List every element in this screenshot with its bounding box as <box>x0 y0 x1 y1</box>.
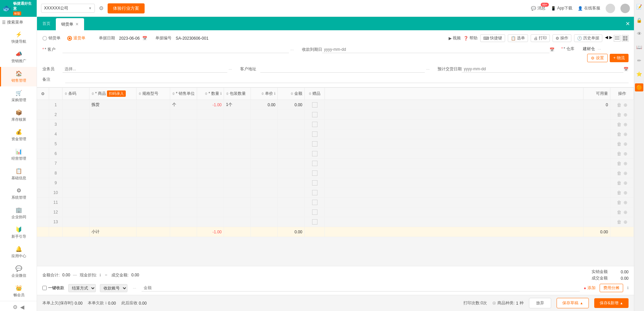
row2-amount[interactable] <box>278 110 305 119</box>
settlement-account-select[interactable]: 收款账号 <box>100 284 127 292</box>
gift-checkbox[interactable] <box>312 180 317 186</box>
right-icon-book[interactable]: 📖 <box>635 43 643 51</box>
qty-info-icon[interactable]: ℹ <box>220 91 222 96</box>
right-icon-eye[interactable]: 👁 <box>636 30 643 38</box>
operate-action[interactable]: ⚙ 操作 <box>553 34 571 42</box>
gift-checkbox[interactable] <box>312 209 317 215</box>
sidebar-item-sales[interactable]: 🏠 销售管理 <box>0 67 37 86</box>
row4-delete-icon[interactable]: 🗑 <box>617 131 621 137</box>
message-button[interactable]: 💬 消息 99+ <box>531 5 545 11</box>
fee-info-icon[interactable]: ℹ <box>627 286 629 290</box>
account-more-icon[interactable]: ··· <box>131 286 138 290</box>
company-selector[interactable]: XXXXXX公司 ▼ <box>41 4 95 13</box>
salesperson-input[interactable] <box>63 66 227 73</box>
sidebar-item-inventory[interactable]: 📦 库存核算 <box>0 106 37 125</box>
video-action[interactable]: ▶ 视频 <box>449 35 461 41</box>
gift-checkbox[interactable] <box>312 102 317 108</box>
row2-qty[interactable] <box>197 110 224 119</box>
row2-unit[interactable] <box>170 110 197 119</box>
tab-sales-order[interactable]: 销货单 ✕ <box>56 18 84 30</box>
row12-copy-icon[interactable]: ⊕ <box>623 209 628 215</box>
th-barcode[interactable]: 条码 <box>63 88 89 100</box>
row3-delete-icon[interactable]: 🗑 <box>617 122 621 127</box>
online-support-button[interactable]: 👤 在线客服 <box>578 5 600 11</box>
gift-checkbox[interactable] <box>312 131 317 137</box>
sidebar-item-weixin[interactable]: 💬 企业微信 <box>0 262 37 281</box>
add-payment-button[interactable]: 添加 <box>588 285 596 291</box>
right-icon-active[interactable]: 🟠 <box>635 83 643 91</box>
notes-input[interactable] <box>65 76 629 83</box>
right-icon-lock[interactable]: 🔒 <box>635 16 643 24</box>
row1-note[interactable] <box>325 100 583 110</box>
th-qty[interactable]: * 数量 ℹ <box>197 88 224 100</box>
gift-checkbox[interactable] <box>312 190 317 195</box>
sidebar-item-marketing[interactable]: 📣 营销推广 <box>0 47 37 67</box>
abandon-button[interactable]: 放弃 <box>529 298 551 308</box>
row9-delete-icon[interactable]: 🗑 <box>617 180 621 186</box>
row3-copy-icon[interactable]: ⊕ <box>623 122 628 127</box>
th-goods[interactable]: * 商品 扫码录入 <box>89 88 137 100</box>
radio-sales[interactable]: 销货单 <box>42 35 61 41</box>
expected-delivery-calendar-icon[interactable]: 📅 <box>623 67 629 72</box>
price-info-icon[interactable]: ℹ <box>274 91 275 96</box>
row11-copy-icon[interactable]: ⊕ <box>623 200 628 205</box>
row2-pkg[interactable] <box>224 110 251 119</box>
warehouse-more-icon[interactable]: ··· <box>596 47 602 51</box>
discount-info-icon[interactable]: ℹ <box>100 273 101 277</box>
tab-home[interactable]: 首页 <box>37 17 56 30</box>
app-download-button[interactable]: 📱 App下载 <box>551 5 572 11</box>
sidebar-item-operations[interactable]: 📊 经营管理 <box>0 145 37 164</box>
product-type-icon[interactable]: ☉ <box>492 301 496 306</box>
bill-owe-info-icon[interactable]: ℹ <box>105 301 107 305</box>
history-action[interactable]: 🕐 历史单据 <box>574 34 602 42</box>
gift-checkbox[interactable] <box>312 112 317 117</box>
row2-delete-icon[interactable]: 🗑 <box>617 112 621 117</box>
sidebar-item-basic[interactable]: 📋 基础信息 <box>0 164 37 184</box>
row13-copy-icon[interactable]: ⊕ <box>623 219 628 225</box>
th-gift[interactable]: 赠品 <box>305 88 325 100</box>
row6-delete-icon[interactable]: 🗑 <box>617 151 621 156</box>
th-pkg[interactable]: 包装数量 <box>224 88 251 100</box>
sidebar-item-app-center[interactable]: 🔔 应用中心 <box>0 242 37 262</box>
grid-view-icon[interactable] <box>622 35 629 42</box>
sidebar-back-icon[interactable]: ◀ <box>20 304 24 310</box>
row1-copy-icon[interactable]: ⊕ <box>623 102 628 108</box>
row12-delete-icon[interactable]: 🗑 <box>617 209 621 215</box>
th-amount[interactable]: 金额 <box>278 88 305 100</box>
customer-address-input[interactable] <box>260 66 425 73</box>
settings-btn[interactable]: ⚙ 设置 <box>587 54 608 62</box>
row2-goods[interactable] <box>89 110 137 119</box>
row5-delete-icon[interactable]: 🗑 <box>617 141 621 147</box>
sidebar-item-purchase[interactable]: 🛒 采购管理 <box>0 86 37 106</box>
row10-copy-icon[interactable]: ⊕ <box>623 190 628 195</box>
th-spec[interactable]: 规格型号 <box>137 88 170 100</box>
gift-checkbox[interactable] <box>312 170 317 176</box>
row6-copy-icon[interactable]: ⊕ <box>623 151 628 156</box>
sidebar-settings-icon[interactable]: ⚙ <box>13 304 17 310</box>
help-action[interactable]: ❓ 帮助 <box>463 35 478 41</box>
row2-gift[interactable] <box>305 110 325 119</box>
gift-checkbox[interactable] <box>312 151 317 156</box>
sidebar-item-guide[interactable]: 🔰 新手引导 <box>0 223 37 242</box>
row1-goods[interactable]: 拣货 <box>89 100 137 110</box>
save-new-button[interactable]: 保存&新增 ▲ <box>594 298 629 308</box>
prev-page-icon[interactable]: ◀ <box>605 35 608 42</box>
row1-pkg[interactable]: 1个 <box>224 100 251 110</box>
fee-split-button[interactable]: 费用分摊 <box>600 284 623 292</box>
gift-checkbox[interactable] <box>312 161 317 166</box>
row8-delete-icon[interactable]: 🗑 <box>617 170 621 176</box>
due-date-calendar-icon[interactable]: 📅 <box>550 47 555 52</box>
th-price[interactable]: 单价 ℹ <box>251 88 278 100</box>
row9-copy-icon[interactable]: ⊕ <box>623 180 628 186</box>
th-unit[interactable]: * 销售单位 <box>170 88 197 100</box>
sidebar-item-finance[interactable]: 💰 资金管理 <box>0 125 37 145</box>
row1-spec[interactable] <box>137 100 170 110</box>
sidebar-item-enterprise[interactable]: 🏢 企业协同 <box>0 203 37 223</box>
gift-checkbox[interactable] <box>312 219 317 225</box>
radio-return[interactable]: 退货单 <box>67 35 85 41</box>
row1-delete-icon[interactable]: 🗑 <box>617 102 621 108</box>
row2-price[interactable] <box>251 110 278 119</box>
row1-barcode[interactable] <box>63 100 89 110</box>
one-click-payment-checkbox[interactable]: 一键收款 <box>42 285 64 291</box>
select-action[interactable]: 📋 选单 <box>508 34 528 42</box>
